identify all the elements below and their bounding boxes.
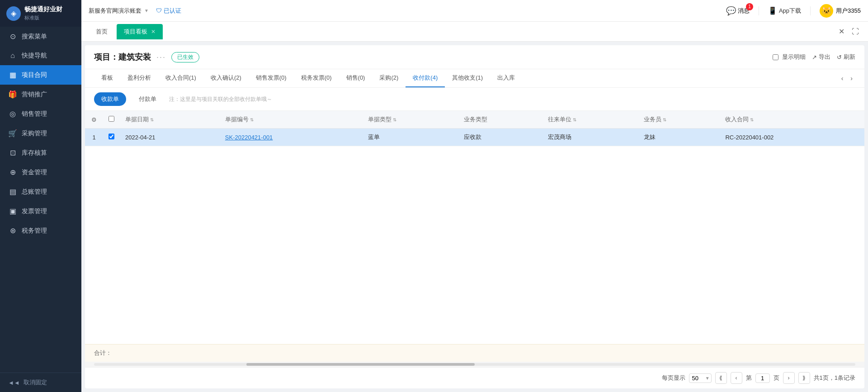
inner-tabs: 收款单 付款单 注：这里是与项目关联的全部收付款单哦～ xyxy=(85,88,864,111)
avatar: 🐱 xyxy=(820,4,833,18)
sidebar-item-inventory[interactable]: ⊡ 库存核算 xyxy=(0,143,81,163)
table-header-row: ⚙ 单据日期 ⇅ 单据编号 xyxy=(85,111,864,129)
project-more-icon[interactable]: ··· xyxy=(156,53,166,62)
subtab-in-out[interactable]: 出入库 xyxy=(490,69,522,87)
project-label: 项目：建筑安装 xyxy=(94,52,151,62)
finance-icon: ⊕ xyxy=(8,168,17,177)
receipts-table: ⚙ 单据日期 ⇅ 单据编号 xyxy=(85,111,864,146)
search-icon: ⊙ xyxy=(8,32,17,41)
row-checkbox[interactable] xyxy=(108,134,114,139)
subtabs: 看板 盈利分析 收入合同(1) 收入确认(2) 销售发票(0) 税务发票(0) … xyxy=(85,69,864,88)
td-checkbox xyxy=(103,129,120,146)
sort-partner[interactable]: 往来单位 ⇅ xyxy=(548,115,576,124)
show-detail-checkbox[interactable]: 显示明细 xyxy=(773,53,806,61)
sidebar-scroll: ⊙ 搜索菜单 ⌂ 快捷导航 ▦ 项目合同 🎁 营销推广 ◎ 销售管理 🛒 采购管… xyxy=(0,27,81,373)
sidebar-item-invoice[interactable]: ▣ 发票管理 xyxy=(0,201,81,221)
subtab-sales[interactable]: 销售(0) xyxy=(339,69,373,87)
sort-icon-doc-type: ⇅ xyxy=(393,117,396,122)
th-gear[interactable]: ⚙ xyxy=(85,111,103,129)
scrollbar-track xyxy=(94,363,855,366)
td-index: 1 xyxy=(85,129,103,146)
th-biz-type: 业务类型 xyxy=(458,111,542,129)
account-selector[interactable]: 新服务官网演示账套 ▼ xyxy=(89,7,149,15)
th-checkbox xyxy=(103,111,120,129)
gear-icon[interactable]: ⚙ xyxy=(91,116,97,123)
subtab-sales-invoice[interactable]: 销售发票(0) xyxy=(249,69,294,87)
inner-tab-receipt[interactable]: 收款单 xyxy=(94,92,126,106)
sidebar-pin[interactable]: ◄◄ 取消固定 xyxy=(0,373,81,392)
account-dropdown-icon: ▼ xyxy=(144,8,149,13)
page-size-select[interactable]: 50 20 100 200 xyxy=(689,373,712,383)
subtab-receipts[interactable]: 收付款(4) xyxy=(406,69,445,87)
project-header: 项目：建筑安装 ··· 已生效 显示明细 ↗ 导出 ↺ 刷新 xyxy=(85,45,864,69)
tax-icon: ⊛ xyxy=(8,226,17,235)
sort-income-contract[interactable]: 收入合同 ⇅ xyxy=(725,115,754,124)
subtab-income-confirm[interactable]: 收入确认(2) xyxy=(203,69,249,87)
sort-no[interactable]: 单据编号 ⇅ xyxy=(225,115,254,124)
app-download-button[interactable]: 📱 App下载 xyxy=(768,6,801,15)
sidebar-item-project-contract[interactable]: ▦ 项目合同 xyxy=(0,65,81,85)
show-detail-check-input[interactable] xyxy=(773,54,778,60)
sort-date[interactable]: 单据日期 ⇅ xyxy=(125,115,154,124)
subtab-income-contract[interactable]: 收入合同(1) xyxy=(158,69,203,87)
maximize-window-icon[interactable]: ⛶ xyxy=(850,26,861,38)
app-logo-icon: ◈ xyxy=(6,6,21,21)
user-menu[interactable]: 🐱 用户3355 xyxy=(820,4,861,18)
select-all-checkbox[interactable] xyxy=(108,116,114,122)
divider2 xyxy=(810,6,811,15)
subtabs-next-icon[interactable]: › xyxy=(848,73,855,84)
verified-badge: 🛡 已认证 xyxy=(156,7,181,15)
ledger-icon: ▤ xyxy=(8,187,17,196)
sidebar-item-quick-nav[interactable]: ⌂ 快捷导航 xyxy=(0,46,81,65)
invoice-icon: ▣ xyxy=(8,207,17,215)
sidebar-item-finance[interactable]: ⊕ 资金管理 xyxy=(0,163,81,182)
first-page-button[interactable]: ⟪ xyxy=(715,372,727,384)
prev-page-button[interactable]: ‹ xyxy=(731,372,742,384)
export-button[interactable]: ↗ 导出 xyxy=(812,53,830,61)
topbar-right: 💬 消息 1 📱 App下载 🐱 用户3355 xyxy=(726,4,861,18)
th-partner: 往来单位 ⇅ xyxy=(542,111,638,129)
content-area: 项目：建筑安装 ··· 已生效 显示明细 ↗ 导出 ↺ 刷新 看板 xyxy=(85,45,864,388)
subtab-tax-invoice[interactable]: 税务发票(0) xyxy=(294,69,339,87)
last-page-button[interactable]: ⟫ xyxy=(798,372,810,384)
tab-close-icon[interactable]: ✕ xyxy=(151,29,156,35)
subtab-profit[interactable]: 盈利分析 xyxy=(120,69,158,87)
td-partner: 宏茂商场 xyxy=(542,129,638,146)
sidebar-item-tax[interactable]: ⊛ 税务管理 xyxy=(0,221,81,240)
td-income-contract: RC-20220401-002 xyxy=(720,129,864,146)
project-actions: 显示明细 ↗ 导出 ↺ 刷新 xyxy=(773,53,855,61)
table-row: 1 2022-04-21 SK-20220421-001 蓝单 应收款 宏茂商场… xyxy=(85,129,864,146)
inner-tab-payment[interactable]: 付款单 xyxy=(132,92,164,106)
app-logo-text: 畅捷通好业财 标准版 xyxy=(24,5,62,21)
message-button[interactable]: 💬 消息 1 xyxy=(726,6,750,16)
sort-salesman[interactable]: 业务员 ⇅ xyxy=(644,115,666,124)
sidebar-item-purchase-mgmt[interactable]: 🛒 采购管理 xyxy=(0,124,81,143)
scrollbar-thumb[interactable] xyxy=(246,363,475,366)
page-size-wrapper: 50 20 100 200 ▼ xyxy=(689,373,712,383)
tab-project-board[interactable]: 项目看板 ✕ xyxy=(117,24,163,39)
tab-home[interactable]: 首页 xyxy=(89,24,115,39)
subtab-other-income[interactable]: 其他收支(1) xyxy=(445,69,490,87)
table-scrollbar[interactable] xyxy=(85,362,864,367)
message-icon: 💬 xyxy=(726,6,736,16)
page-input[interactable] xyxy=(755,373,770,383)
divider xyxy=(759,6,759,15)
td-no[interactable]: SK-20220421-001 xyxy=(220,129,363,146)
next-page-button[interactable]: › xyxy=(783,372,795,384)
subtab-purchase[interactable]: 采购(2) xyxy=(372,69,406,87)
sidebar-item-marketing[interactable]: 🎁 营销推广 xyxy=(0,85,81,104)
subtabs-prev-icon[interactable]: ‹ xyxy=(839,73,846,84)
subtab-kanban[interactable]: 看板 xyxy=(94,69,120,87)
th-salesman: 业务员 ⇅ xyxy=(638,111,720,129)
verified-icon: 🛡 xyxy=(156,7,162,14)
purchase-icon: 🛒 xyxy=(8,129,17,138)
export-icon: ↗ xyxy=(812,54,817,61)
sidebar-item-search[interactable]: ⊙ 搜索菜单 xyxy=(0,27,81,46)
sidebar-item-sales-mgmt[interactable]: ◎ 销售管理 xyxy=(0,104,81,124)
sidebar-item-general-ledger[interactable]: ▤ 总账管理 xyxy=(0,182,81,201)
project-icon: ▦ xyxy=(8,71,17,79)
sort-doc-type[interactable]: 单据类型 ⇅ xyxy=(368,115,396,124)
close-window-icon[interactable]: ✕ xyxy=(837,25,846,38)
refresh-button[interactable]: ↺ 刷新 xyxy=(837,53,855,61)
message-badge: 1 xyxy=(746,3,753,10)
